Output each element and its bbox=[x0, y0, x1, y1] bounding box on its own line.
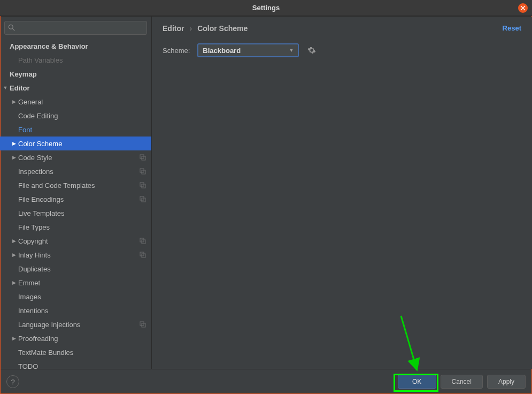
project-badge-icon bbox=[140, 238, 146, 244]
settings-tree[interactable]: Appearance & BehaviorPath VariablesKeyma… bbox=[0, 39, 151, 369]
close-button[interactable] bbox=[518, 3, 528, 13]
tree-item-proofreading[interactable]: ▶Proofreading bbox=[0, 331, 151, 345]
project-badge-icon bbox=[140, 154, 146, 161]
tree-item-label: File Types bbox=[18, 223, 146, 231]
tree-item-font[interactable]: Font bbox=[0, 123, 151, 137]
arrow-right-icon: ▶ bbox=[11, 238, 17, 244]
arrow-right-icon: ▶ bbox=[11, 280, 17, 285]
tree-item-label: Intentions bbox=[18, 307, 146, 315]
tree-item-label: Appearance & Behavior bbox=[10, 42, 146, 50]
arrow-right-icon: ▶ bbox=[11, 252, 17, 257]
arrow-right-icon: ▶ bbox=[11, 99, 17, 104]
arrow-down-icon: ▼ bbox=[2, 85, 9, 90]
tree-item-duplicates[interactable]: Duplicates bbox=[0, 262, 151, 276]
tree-item-label: TODO bbox=[18, 362, 146, 369]
ok-button[interactable]: OK bbox=[398, 375, 436, 389]
apply-button[interactable]: Apply bbox=[487, 375, 526, 389]
tree-item-label: Editor bbox=[10, 84, 146, 92]
tree-item-textmate-bundles[interactable]: TextMate Bundles bbox=[0, 345, 151, 359]
search-box[interactable] bbox=[4, 21, 147, 35]
tree-item-general[interactable]: ▶General bbox=[0, 95, 151, 109]
tree-item-path-variables[interactable]: Path Variables bbox=[0, 53, 151, 67]
chevron-down-icon: ▼ bbox=[289, 48, 294, 53]
tree-item-label: Duplicates bbox=[18, 265, 146, 273]
tree-item-appearance-behavior[interactable]: Appearance & Behavior bbox=[0, 39, 151, 53]
arrow-right-icon: ▶ bbox=[11, 141, 17, 146]
tree-item-label: Path Variables bbox=[18, 56, 146, 64]
tree-item-editor[interactable]: ▼Editor bbox=[0, 81, 151, 95]
scheme-row: Scheme: Blackboard ▼ bbox=[163, 43, 521, 57]
tree-item-label: Inlay Hints bbox=[18, 251, 140, 259]
tree-item-inlay-hints[interactable]: ▶Inlay Hints bbox=[0, 248, 151, 262]
sidebar: Appearance & BehaviorPath VariablesKeyma… bbox=[0, 17, 152, 369]
tree-item-file-types[interactable]: File Types bbox=[0, 220, 151, 234]
tree-item-code-editing[interactable]: Code Editing bbox=[0, 109, 151, 123]
tree-item-emmet[interactable]: ▶Emmet bbox=[0, 276, 151, 290]
tree-item-label: Copyright bbox=[18, 237, 140, 245]
breadcrumb-current: Color Scheme bbox=[197, 24, 248, 33]
footer: ? OK Cancel Apply bbox=[0, 369, 532, 394]
scheme-label: Scheme: bbox=[163, 47, 190, 55]
content-area: Appearance & BehaviorPath VariablesKeyma… bbox=[0, 16, 532, 369]
breadcrumb-parent[interactable]: Editor bbox=[163, 24, 184, 33]
project-badge-icon bbox=[140, 196, 146, 202]
project-badge-icon bbox=[140, 168, 146, 175]
tree-item-color-scheme[interactable]: ▶Color Scheme bbox=[0, 137, 151, 150]
tree-item-label: Font bbox=[18, 126, 146, 134]
main-panel: Editor › Color Scheme Reset Scheme: Blac… bbox=[152, 17, 532, 369]
tree-item-label: Images bbox=[18, 293, 146, 301]
tree-item-intentions[interactable]: Intentions bbox=[0, 304, 151, 317]
scheme-value: Blackboard bbox=[203, 47, 241, 55]
tree-item-label: Language Injections bbox=[18, 321, 140, 329]
tree-item-label: Proofreading bbox=[18, 335, 146, 343]
tree-item-label: General bbox=[18, 98, 146, 106]
tree-item-copyright[interactable]: ▶Copyright bbox=[0, 234, 151, 248]
project-badge-icon bbox=[140, 252, 146, 258]
search-input[interactable] bbox=[18, 24, 143, 32]
arrow-right-icon: ▶ bbox=[11, 336, 17, 341]
window-title: Settings bbox=[252, 4, 280, 12]
tree-item-file-encodings[interactable]: File Encodings bbox=[0, 192, 151, 206]
tree-item-label: Keymap bbox=[10, 70, 146, 78]
tree-item-label: File Encodings bbox=[18, 195, 140, 203]
titlebar: Settings bbox=[0, 0, 532, 16]
reset-link[interactable]: Reset bbox=[503, 24, 521, 32]
tree-item-code-style[interactable]: ▶Code Style bbox=[0, 150, 151, 164]
tree-item-label: Emmet bbox=[18, 279, 146, 287]
tree-item-live-templates[interactable]: Live Templates bbox=[0, 206, 151, 220]
tree-item-images[interactable]: Images bbox=[0, 290, 151, 304]
breadcrumb-separator: › bbox=[189, 24, 192, 33]
svg-point-0 bbox=[9, 25, 13, 29]
tree-item-todo[interactable]: TODO bbox=[0, 359, 151, 369]
tree-item-language-injections[interactable]: Language Injections bbox=[0, 317, 151, 331]
scheme-select[interactable]: Blackboard ▼ bbox=[197, 43, 299, 57]
project-badge-icon bbox=[140, 321, 146, 328]
tree-item-label: Code Style bbox=[18, 154, 140, 162]
search-icon bbox=[8, 24, 16, 32]
svg-line-1 bbox=[12, 28, 14, 31]
tree-item-label: Inspections bbox=[18, 168, 140, 176]
scheme-settings-button[interactable] bbox=[306, 45, 317, 56]
cancel-button[interactable]: Cancel bbox=[441, 375, 483, 389]
tree-item-file-and-code-templates[interactable]: File and Code Templates bbox=[0, 178, 151, 192]
tree-item-keymap[interactable]: Keymap bbox=[0, 67, 151, 81]
tree-item-label: Color Scheme bbox=[18, 140, 146, 148]
help-button[interactable]: ? bbox=[6, 375, 19, 388]
tree-item-label: TextMate Bundles bbox=[18, 348, 146, 357]
tree-item-inspections[interactable]: Inspections bbox=[0, 164, 151, 178]
arrow-right-icon: ▶ bbox=[11, 155, 17, 160]
close-icon bbox=[520, 5, 526, 11]
tree-item-label: Live Templates bbox=[18, 209, 146, 217]
gear-icon bbox=[307, 46, 316, 55]
tree-item-label: File and Code Templates bbox=[18, 181, 140, 190]
tree-item-label: Code Editing bbox=[18, 112, 146, 120]
project-badge-icon bbox=[140, 182, 146, 188]
breadcrumb: Editor › Color Scheme bbox=[163, 24, 521, 33]
